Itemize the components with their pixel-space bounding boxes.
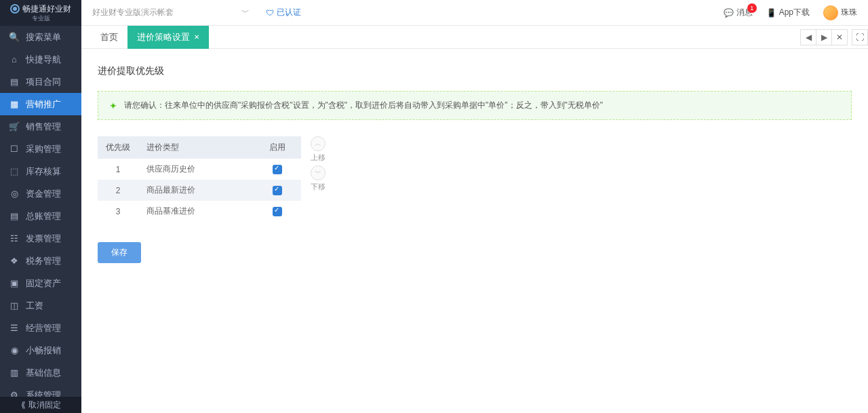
- sidebar-item-label: 固定资产: [26, 277, 61, 290]
- chevron-down-icon: ﹀: [315, 168, 321, 178]
- messages-link[interactable]: 💬 消息 1: [724, 7, 753, 18]
- messages-badge: 1: [747, 3, 757, 13]
- cell-priority: 1: [98, 159, 138, 180]
- account-name: 好业财专业版演示帐套: [92, 7, 174, 18]
- money-icon: ◎: [9, 189, 19, 199]
- verified-badge: 🛡 已认证: [266, 7, 301, 18]
- sidebar-item-label: 总账管理: [26, 210, 61, 222]
- sidebar-item-assets[interactable]: ▣固定资产: [0, 272, 81, 294]
- cell-type: 商品最新进价: [138, 180, 254, 201]
- sidebar-item-label: 快捷导航: [26, 54, 61, 66]
- sidebar-item-invoice[interactable]: ☷发票管理: [0, 227, 81, 250]
- sidebar-item-business[interactable]: ☰经营管理: [0, 317, 81, 339]
- info-icon: ▥: [9, 368, 19, 378]
- sidebar-item-label: 经营管理: [26, 322, 61, 334]
- account-selector[interactable]: 好业财专业版演示帐套 ﹀: [92, 7, 250, 18]
- confirm-text: 请您确认：往来单位中的供应商"采购报价含税"设置，为"含税"，取到进价后将自动带…: [124, 100, 603, 111]
- enable-checkbox[interactable]: [273, 207, 282, 216]
- sidebar-item-label: 基础信息: [26, 367, 61, 379]
- sidebar-item-quicknav[interactable]: ⌂快捷导航: [0, 48, 81, 71]
- brand-edition: 专业版: [32, 14, 50, 23]
- sidebar-item-tax[interactable]: ❖税务管理: [0, 250, 81, 272]
- expand-icon: ⛶: [856, 33, 864, 42]
- sidebar-item-purchase[interactable]: ☐采购管理: [0, 138, 81, 160]
- tab-price-strategy[interactable]: 进价策略设置 ✕: [127, 26, 209, 49]
- sidebar-item-expense[interactable]: ◉小畅报销: [0, 339, 81, 361]
- info-icon: ✦: [109, 100, 117, 111]
- confirm-notice: ✦ 请您确认：往来单位中的供应商"采购报价含税"设置，为"含税"，取到进价后将自…: [98, 91, 852, 120]
- phone-icon: 📱: [766, 8, 776, 18]
- sidebar-item-marketing[interactable]: ▦营销推广: [0, 93, 81, 115]
- sidebar-item-label: 搜索菜单: [26, 31, 61, 43]
- app-download-label: App下载: [779, 7, 810, 18]
- tab-next-button[interactable]: ▶: [816, 29, 832, 45]
- pin-icon: ⟪: [21, 400, 26, 410]
- box-icon: ☐: [9, 144, 19, 154]
- move-up-button[interactable]: ︿: [311, 136, 326, 151]
- shield-icon: 🛡: [266, 8, 274, 18]
- sidebar-item-label: 营销推广: [26, 98, 61, 111]
- cell-priority: 2: [98, 180, 138, 201]
- fullscreen-button[interactable]: ⛶: [852, 29, 868, 45]
- sidebar-item-label: 库存核算: [26, 165, 61, 178]
- close-icon[interactable]: ✕: [194, 33, 199, 41]
- move-down-button[interactable]: ﹀: [311, 165, 326, 180]
- sidebar-item-salary[interactable]: ◫工资: [0, 294, 81, 317]
- book-icon: ▤: [9, 212, 19, 221]
- sidebar-item-label: 发票管理: [26, 233, 61, 245]
- username: 珠珠: [841, 7, 857, 18]
- sidebar-pin-toggle[interactable]: ⟪ 取消固定: [0, 397, 81, 413]
- brand-name: 畅捷通好业财: [22, 3, 71, 15]
- sidebar-item-label: 销售管理: [26, 121, 61, 133]
- content-panel: 进价提取优先级 ✦ 请您确认：往来单位中的供应商"采购报价含税"设置，为"含税"…: [81, 49, 868, 413]
- logo-area: 畅捷通好业财 专业版: [0, 0, 81, 26]
- coin-icon: ◉: [9, 346, 19, 355]
- chevron-down-icon: ﹀: [241, 7, 250, 18]
- col-priority: 优先级: [98, 136, 138, 159]
- sidebar-item-contract[interactable]: ▤项目合同: [0, 71, 81, 93]
- tab-home[interactable]: 首页: [91, 26, 127, 49]
- tab-close-all-button[interactable]: ✕: [831, 29, 848, 45]
- sidebar-item-sales[interactable]: 🛒销售管理: [0, 115, 81, 138]
- col-enable: 启用: [254, 136, 301, 159]
- sidebar-item-search[interactable]: 🔍搜索菜单: [0, 26, 81, 48]
- sidebar-item-label: 资金管理: [26, 188, 61, 200]
- sidebar-item-inventory[interactable]: ⬚库存核算: [0, 160, 81, 182]
- search-icon: 🔍: [9, 33, 19, 42]
- close-icon: ✕: [836, 33, 843, 42]
- sidebar-item-label: 项目合同: [26, 76, 61, 88]
- table-row[interactable]: 2 商品最新进价: [98, 180, 301, 201]
- verified-label: 已认证: [277, 7, 301, 18]
- table-row[interactable]: 1 供应商历史价: [98, 159, 301, 180]
- warehouse-icon: ⬚: [9, 167, 19, 176]
- enable-checkbox[interactable]: [273, 186, 282, 195]
- tab-label: 进价策略设置: [137, 31, 190, 43]
- cart-icon: 🛒: [9, 122, 19, 132]
- move-controls: ︿ 上移 ﹀ 下移: [311, 136, 326, 192]
- list-icon: ☰: [9, 323, 19, 333]
- caret-left-icon: ◀: [806, 33, 812, 42]
- priority-table: 优先级 进价类型 启用 1 供应商历史价 2 商品最新进价 3: [98, 136, 301, 222]
- sidebar-item-label: 采购管理: [26, 143, 61, 155]
- save-button[interactable]: 保存: [98, 242, 141, 263]
- sidebar-footer-label: 取消固定: [28, 399, 61, 411]
- app-download-link[interactable]: 📱 App下载: [766, 7, 810, 18]
- move-up-label: 上移: [311, 153, 326, 163]
- tab-prev-button[interactable]: ◀: [800, 29, 816, 45]
- tab-label: 首页: [100, 31, 118, 43]
- page-title: 进价提取优先级: [98, 65, 852, 77]
- col-type: 进价类型: [138, 136, 254, 159]
- sidebar-item-ledger[interactable]: ▤总账管理: [0, 205, 81, 227]
- user-menu[interactable]: 珠珠: [823, 5, 857, 20]
- chat-icon: 💬: [724, 8, 734, 18]
- grid-icon: ▦: [9, 100, 19, 109]
- sidebar-item-basic[interactable]: ▥基础信息: [0, 361, 81, 384]
- sidebar-item-label: 税务管理: [26, 255, 61, 267]
- sidebar-item-funds[interactable]: ◎资金管理: [0, 182, 81, 205]
- enable-checkbox[interactable]: [273, 165, 282, 174]
- table-row[interactable]: 3 商品基准进价: [98, 201, 301, 222]
- home-icon: ⌂: [9, 55, 19, 64]
- receipt-icon: ☷: [9, 234, 19, 243]
- tax-icon: ❖: [9, 256, 19, 266]
- building-icon: ▣: [9, 279, 19, 288]
